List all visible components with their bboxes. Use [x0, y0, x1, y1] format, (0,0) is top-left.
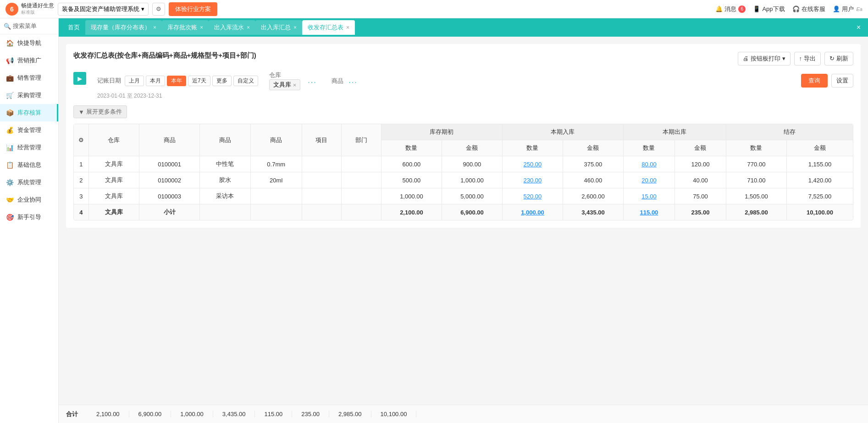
row-no: 2: [74, 172, 88, 188]
filter-more-dots[interactable]: ...: [308, 77, 316, 85]
goods-more-dots[interactable]: ...: [348, 77, 357, 84]
app-download-btn[interactable]: 📱 App下载: [753, 5, 785, 13]
subtotal-in-qty[interactable]: 1,000.00: [502, 204, 563, 220]
date-btn-this-year[interactable]: 本年: [167, 76, 186, 86]
date-btn-custom[interactable]: 自定义: [233, 76, 258, 86]
tab-close-icon[interactable]: ×: [247, 24, 250, 31]
total-label: 合计: [66, 410, 78, 418]
row-goods-spec: 0.7mm: [250, 156, 302, 172]
search-menu-btn[interactable]: 🔍 搜索菜单: [0, 18, 58, 34]
subtotal-out-amt: 235.00: [674, 204, 726, 220]
online-service-btn[interactable]: 🎧 在线客服: [792, 5, 825, 13]
th-closing-qty: 数量: [726, 140, 786, 156]
warehouse-tag: 文具库 ×: [269, 79, 301, 90]
row-department: [342, 188, 381, 204]
sidebar: 🔍 搜索菜单 🏠 快捷导航 📢 营销推广 💼 销售管理 🛒 采购管理 📦: [0, 18, 59, 423]
sidebar-item-enterprise[interactable]: 🤝 企业协同: [0, 191, 58, 209]
print-button[interactable]: 🖨 按钮板打印 ▾: [738, 52, 791, 66]
tab-collect-summary[interactable]: 收发存汇总表 ×: [302, 20, 355, 35]
guide-icon: 🎯: [6, 213, 14, 221]
row-department: [342, 156, 381, 172]
sidebar-item-inventory[interactable]: 📦 库存核算: [0, 104, 58, 121]
row-goods-spec: 20ml: [250, 172, 302, 188]
notifications-badge: 6: [738, 5, 746, 13]
user-btn[interactable]: 👤 用户 Ea: [833, 5, 862, 13]
tab-label: 出入库流水: [214, 23, 244, 32]
page-title: 收发存汇总表(按仓库+商品编码+商品+规格型号+项目+部门): [73, 51, 256, 60]
tab-home[interactable]: 首页: [62, 20, 85, 35]
th-department: 部门: [342, 124, 381, 156]
expand-more-btn[interactable]: ▼ 展开更多条件: [73, 105, 127, 118]
row-goods-code: 0100002: [139, 172, 200, 188]
th-group-opening: 库存期初: [381, 124, 502, 140]
warehouse-tag-area: 文具库 ×: [269, 79, 301, 90]
date-btn-7days[interactable]: 近7天: [188, 76, 210, 86]
date-btn-this-month[interactable]: 本月: [146, 76, 165, 86]
tab-bar: 首页 现存量（库存分布表） × 库存批次账 × 出入库流水 × 出入库汇总 ×: [59, 18, 868, 37]
tab-inventory-dist[interactable]: 现存量（库存分布表） ×: [85, 20, 162, 35]
experience-button[interactable]: 体验行业方案: [169, 2, 217, 16]
warehouse-tag-close[interactable]: ×: [293, 82, 297, 88]
row-no: 1: [74, 156, 88, 172]
table-row: 2 文具库 0100002 胶水 20ml 500.00 1,000.00: [74, 172, 853, 188]
tab-close-icon[interactable]: ×: [200, 24, 203, 31]
row-warehouse: 文具库: [88, 156, 139, 172]
subtotal-closing-amt: 10,100.00: [786, 204, 853, 220]
tab-in-out-flow[interactable]: 出入库流水 ×: [209, 20, 255, 35]
subtotal-out-qty[interactable]: 115.00: [623, 204, 674, 220]
headset-icon: 🎧: [792, 5, 800, 12]
row-in-qty[interactable]: 230.00: [502, 172, 563, 188]
th-group-out: 本期出库: [623, 124, 726, 140]
tab-close-icon[interactable]: ×: [346, 24, 349, 31]
sidebar-item-guide[interactable]: 🎯 新手引导: [0, 209, 58, 226]
row-out-qty[interactable]: 15.00: [623, 188, 674, 204]
row-closing-qty: 770.00: [726, 156, 786, 172]
tab-label: 收发存汇总表: [308, 23, 343, 32]
app-container: 6 畅捷通好生意 标准版 装备及固定资产辅助管理系统 ▾ ⚙ 体验行业方案 🔔 …: [0, 0, 868, 423]
row-in-qty[interactable]: 520.00: [502, 188, 563, 204]
sidebar-item-purchase[interactable]: 🛒 采购管理: [0, 87, 58, 104]
settings-button[interactable]: 设置: [831, 74, 853, 88]
table-config-col[interactable]: ⚙: [74, 124, 88, 156]
top-action-bar: 🖨 按钮板打印 ▾ ↑ 导出 ↻ 刷新: [738, 52, 854, 66]
sidebar-item-system[interactable]: ⚙️ 系统管理: [0, 174, 58, 191]
sidebar-item-sales[interactable]: 💼 销售管理: [0, 69, 58, 87]
total-opening-amt: 6,900.00: [129, 411, 171, 418]
tab-bar-close-btn[interactable]: ×: [853, 23, 864, 32]
filter-toggle-btn[interactable]: ▶: [73, 72, 86, 85]
export-button[interactable]: ↑ 导出: [794, 52, 821, 66]
sidebar-item-label: 库存核算: [17, 109, 41, 117]
tab-batch[interactable]: 库存批次账 ×: [162, 20, 209, 35]
page-body: 收发存汇总表(按仓库+商品编码+商品+规格型号+项目+部门) 🖨 按钮板打印 ▾…: [59, 37, 868, 405]
date-btn-more[interactable]: 更多: [212, 76, 232, 86]
subtotal-warehouse: 文具库: [88, 204, 139, 220]
query-button[interactable]: 查询: [801, 74, 828, 88]
th-warehouse: 仓库: [88, 124, 139, 156]
notifications-btn[interactable]: 🔔 消息 6: [715, 5, 746, 13]
total-opening-qty: 2,100.00: [87, 411, 129, 418]
sidebar-item-business[interactable]: 📊 经营管理: [0, 139, 58, 156]
tab-close-icon[interactable]: ×: [153, 24, 156, 31]
chevron-down-icon: ▾: [141, 5, 144, 12]
sidebar-item-label: 基础信息: [17, 161, 41, 169]
date-btn-last-month[interactable]: 上月: [125, 76, 144, 86]
row-project: [302, 172, 342, 188]
settings-icon-btn[interactable]: ⚙: [152, 3, 165, 16]
sidebar-item-quick-nav[interactable]: 🏠 快捷导航: [0, 34, 58, 52]
system-dropdown[interactable]: 装备及固定资产辅助管理系统 ▾: [58, 3, 149, 16]
total-in-amt: 3,435.00: [213, 411, 255, 418]
total-in-qty: 1,000.00: [171, 411, 213, 418]
tab-close-icon[interactable]: ×: [293, 24, 297, 31]
sidebar-item-marketing[interactable]: 📢 营销推广: [0, 52, 58, 69]
row-out-qty[interactable]: 80.00: [623, 156, 674, 172]
page-card: 收发存汇总表(按仓库+商品编码+商品+规格型号+项目+部门) 🖨 按钮板打印 ▾…: [66, 44, 861, 228]
row-in-qty[interactable]: 250.00: [502, 156, 563, 172]
row-department: [342, 172, 381, 188]
row-out-qty[interactable]: 20.00: [623, 172, 674, 188]
row-project: [302, 156, 342, 172]
refresh-button[interactable]: ↻ 刷新: [824, 52, 853, 66]
tab-in-out-summary[interactable]: 出入库汇总 ×: [255, 20, 302, 35]
phone-icon: 📱: [753, 5, 760, 12]
sidebar-item-finance[interactable]: 💰 资金管理: [0, 121, 58, 139]
sidebar-item-basic-info[interactable]: 📋 基础信息: [0, 156, 58, 174]
